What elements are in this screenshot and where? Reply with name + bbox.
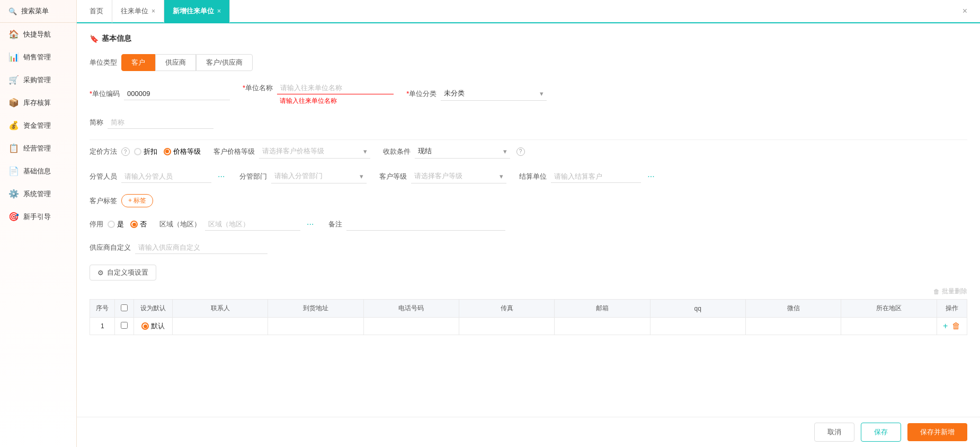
finance-label: 资金管理 — [23, 121, 51, 130]
add-row-icon[interactable]: + — [943, 321, 948, 331]
manager-input[interactable] — [121, 170, 211, 183]
pricing-info-icon[interactable]: ? — [121, 147, 130, 156]
quick-nav-label: 快捷导航 — [23, 30, 51, 39]
unit-type-label: 单位类型 — [90, 58, 117, 67]
unit-btn-supplier[interactable]: 供应商 — [155, 54, 196, 71]
customer-price-placeholder: 请选择客户价格等级 — [262, 146, 324, 156]
unit-name-input[interactable] — [277, 82, 394, 94]
tab-new-partner[interactable]: 新增往来单位 × — [164, 0, 230, 23]
row-address[interactable] — [268, 318, 363, 335]
tab-home[interactable]: 首页 — [81, 0, 112, 23]
row-address-input[interactable] — [273, 322, 358, 330]
sidebar-item-operations[interactable]: 📋 经营管理 — [0, 137, 76, 160]
select-all-checkbox[interactable] — [121, 304, 128, 311]
region-more-icon[interactable]: ··· — [305, 220, 316, 229]
payment-terms-value: 现结 — [418, 146, 432, 156]
dept-select[interactable]: 请输入分管部门 ▾ — [271, 169, 367, 183]
radio-yes[interactable]: 是 — [108, 220, 124, 229]
customer-level-arrow-icon: ▾ — [500, 172, 503, 180]
radio-no[interactable]: 否 — [130, 220, 147, 229]
row-default-label: 默认 — [151, 321, 165, 331]
row-region-input[interactable] — [847, 322, 931, 330]
sidebar-item-purchase[interactable]: 🛒 采购管理 — [0, 68, 76, 91]
window-close-icon[interactable]: × — [954, 6, 976, 16]
row-email-input[interactable] — [560, 322, 644, 330]
save-button[interactable]: 保存 — [861, 423, 901, 442]
batch-delete-icon: 🗑 — [933, 288, 940, 295]
sidebar-item-inventory[interactable]: 📦 库存核算 — [0, 91, 76, 114]
remarks-input[interactable] — [346, 218, 505, 231]
customer-level-select[interactable]: 请选择客户等级 ▾ — [411, 169, 506, 183]
tab-partners-close[interactable]: × — [152, 7, 155, 15]
remarks-item: 备注 — [328, 218, 505, 231]
row-wechat[interactable] — [745, 318, 841, 335]
row-default-radio[interactable]: 默认 — [139, 321, 167, 331]
row-qq[interactable] — [650, 318, 745, 335]
manager-more-icon[interactable]: ··· — [216, 172, 227, 181]
row-wechat-input[interactable] — [751, 322, 835, 330]
supplier-custom-label: 供应商自定义 — [90, 243, 131, 252]
add-tag-button[interactable]: + 标签 — [121, 194, 153, 207]
unit-code-input[interactable] — [124, 87, 230, 100]
unit-code-item: *单位编码 — [90, 87, 230, 100]
table-section: ⚙ 自定义项设置 🗑 批量删除 序号 设为默认 联系人 到货地址 — [90, 265, 967, 335]
payment-terms-select[interactable]: 现结 ▾ — [415, 144, 510, 159]
cancel-button[interactable]: 取消 — [814, 423, 854, 442]
sidebar-item-guide[interactable]: 🎯 新手引导 — [0, 205, 76, 228]
radio-price-level[interactable]: 价格等级 — [164, 147, 201, 156]
unit-category-select[interactable]: 未分类 ▾ — [441, 86, 547, 101]
disabled-row: 停用 是 否 区域（地区） ··· 备注 — [90, 218, 967, 231]
sidebar-item-basic-info[interactable]: 📄 基础信息 — [0, 160, 76, 182]
payment-info-icon[interactable]: ? — [516, 147, 525, 156]
batch-delete-btn[interactable]: 🗑 批量删除 — [933, 287, 967, 296]
settlement-more-icon[interactable]: ··· — [645, 172, 656, 181]
manager-item: 分管人员 ··· — [90, 170, 227, 183]
sidebar-item-sales[interactable]: 📊 销售管理 — [0, 46, 76, 68]
unit-btn-customer[interactable]: 客户 — [121, 54, 155, 71]
unit-btn-both[interactable]: 客户/供应商 — [196, 54, 253, 71]
row-region[interactable] — [841, 318, 937, 335]
system-label: 系统管理 — [23, 189, 51, 199]
customer-price-item: 客户价格等级 请选择客户价格等级 ▾ — [213, 144, 370, 159]
row-phone-input[interactable] — [369, 322, 453, 330]
row-fax[interactable] — [459, 318, 554, 335]
row-default: 默认 — [134, 318, 173, 335]
sidebar-item-finance[interactable]: 💰 资金管理 — [0, 114, 76, 137]
row-email[interactable] — [555, 318, 650, 335]
tab-partners[interactable]: 往来单位 × — [112, 0, 164, 23]
guide-icon: 🎯 — [8, 212, 19, 222]
short-name-input[interactable] — [108, 116, 213, 129]
sidebar-item-search[interactable]: 🔍 搜索菜单 — [0, 0, 76, 23]
region-input[interactable] — [205, 218, 300, 231]
finance-icon: 💰 — [8, 120, 19, 130]
custom-settings-button[interactable]: ⚙ 自定义项设置 — [90, 265, 156, 281]
row-qq-input[interactable] — [656, 322, 740, 330]
row-actions: + 🗑 — [937, 318, 967, 335]
row-contact-input[interactable] — [178, 322, 262, 330]
tab-new-partner-close[interactable]: × — [217, 7, 221, 15]
save-new-button[interactable]: 保存并新增 — [907, 423, 967, 441]
row-checkbox[interactable] — [121, 322, 128, 329]
sidebar-item-quick-nav[interactable]: 🏠 快捷导航 — [0, 23, 76, 46]
row-fax-input[interactable] — [465, 322, 549, 330]
row-phone[interactable] — [363, 318, 459, 335]
delete-row-icon[interactable]: 🗑 — [952, 321, 960, 331]
unit-category-value: 未分类 — [444, 89, 465, 98]
customer-price-arrow-icon: ▾ — [363, 147, 367, 155]
customer-price-select[interactable]: 请选择客户价格等级 ▾ — [259, 144, 370, 159]
pricing-method-label: 定价方法 ? — [90, 147, 130, 156]
row-contact[interactable] — [173, 318, 268, 335]
bottom-bar: 取消 保存 保存并新增 — [77, 417, 980, 447]
supplier-custom-input[interactable] — [135, 241, 268, 254]
disabled-item: 停用 是 否 — [90, 220, 147, 229]
guide-label: 新手引导 — [23, 212, 51, 222]
manager-label: 分管人员 — [90, 172, 117, 181]
col-action: 操作 — [937, 300, 967, 318]
unit-category-item: *单位分类 未分类 ▾ — [406, 86, 547, 101]
payment-terms-arrow-icon: ▾ — [503, 147, 507, 155]
radio-discount[interactable]: 折扣 — [134, 147, 157, 156]
sidebar-item-system[interactable]: ⚙️ 系统管理 — [0, 182, 76, 205]
short-name-row: 简称 — [90, 116, 967, 129]
settlement-input[interactable] — [551, 170, 641, 183]
col-check — [115, 300, 134, 318]
